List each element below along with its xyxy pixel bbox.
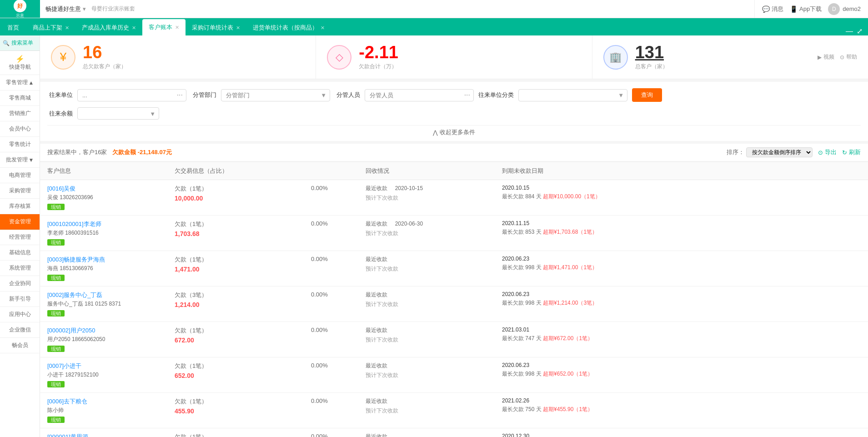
balance-label: 往来余额: [47, 110, 73, 118]
overdue-link-1[interactable]: 超期¥10,000.00（1笔）: [543, 193, 601, 200]
from-unit-input[interactable]: [77, 89, 186, 101]
tab-maximize-btn[interactable]: ⤢: [857, 27, 863, 35]
overdue-link-5[interactable]: 超期¥672.00（1笔）: [543, 335, 593, 342]
sidebar-item-ecommerce[interactable]: 电商管理: [0, 168, 40, 183]
tab-home[interactable]: 首页: [0, 20, 26, 35]
help-btn[interactable]: ⊙ 帮助: [840, 53, 857, 61]
from-unit-label: 往来单位: [47, 91, 73, 99]
sidebar-item-system[interactable]: 系统管理: [0, 261, 40, 276]
export-btn[interactable]: ⊙ 导出: [818, 148, 837, 156]
logo-icon: 好: [14, 0, 26, 12]
overdue-link-6[interactable]: 超期¥652.00（1笔）: [543, 371, 593, 377]
customer-link-1[interactable]: [0016]吴俊: [47, 185, 75, 192]
sidebar-item-member-center[interactable]: 会员中心: [0, 121, 40, 137]
top-right-tools: 💬 消息 📱 App下载 D demo2: [754, 0, 868, 18]
tab-close-customer-account[interactable]: ✕: [175, 25, 179, 30]
chevron-icon-2: ▼: [29, 157, 34, 163]
sidebar-item-purchase-mgmt[interactable]: 采购管理: [0, 183, 40, 199]
collection-6: 最近收款: [366, 362, 487, 370]
sidebar-item-retail-mgmt[interactable]: 零售管理 ▲: [0, 75, 40, 90]
customer-link-6[interactable]: [0007]小进干: [47, 362, 81, 369]
tab-bar-controls: — ⤢: [846, 27, 866, 35]
sidebar-item-finance[interactable]: 资金管理: [0, 214, 40, 230]
collection-8: 最近收款: [366, 433, 487, 437]
sidebar-item-enterprise-coop[interactable]: 企业协同: [0, 276, 40, 291]
search-btn[interactable]: 查询: [632, 88, 662, 102]
tab-product-history[interactable]: 产成品入库单历史 ✕: [75, 20, 142, 35]
stat-card-debt-customers: ¥ 16 总欠款客户（家）: [40, 35, 316, 79]
customer-link-4[interactable]: [0002]服务中心_丁磊: [47, 291, 102, 298]
overdue-link-2[interactable]: 超期¥1,703.68（1笔）: [543, 229, 597, 235]
stat-card-debt-amount: ◇ -2.11 欠款合计（万）: [316, 35, 592, 79]
overdue-days-6: 最长欠款 998 天 超期¥652.00（1笔）: [502, 370, 861, 378]
customer-phone-4: 服务中心_丁磊 181 0125 8371: [47, 300, 160, 308]
debt-count-3: 欠款（1笔）: [175, 256, 296, 264]
debt-count-4: 欠款（3笔）: [175, 291, 296, 299]
overdue-link-4[interactable]: 超期¥1,214.00（3笔）: [543, 300, 597, 306]
stat-label-debt-amount: 欠款合计（万）: [359, 63, 398, 70]
next-collection-6: 预计下次收款: [366, 372, 487, 379]
sort-select[interactable]: 按欠款金额倒序排序: [746, 147, 813, 157]
sidebar-item-pro-member[interactable]: 畅会员: [0, 338, 40, 353]
sidebar-item-app-center[interactable]: 应用中心: [0, 307, 40, 322]
overdue-link-7[interactable]: 超期¥455.90（1笔）: [543, 406, 593, 412]
person-dots: ···: [464, 91, 470, 99]
tab-close-product-off[interactable]: ✕: [65, 25, 69, 31]
balance-select[interactable]: [77, 107, 159, 120]
collection-2: 最近收款 2020-06-30: [366, 220, 487, 228]
dept-chevron: ▼: [321, 92, 326, 99]
next-collection-1: 预计下次收款: [366, 194, 487, 202]
stats-bar: ¥ 16 总欠款客户（家） ◇ -2.11 欠款合计（万）: [40, 35, 868, 79]
tab-close-purchase[interactable]: ✕: [236, 25, 240, 31]
dept-input[interactable]: [221, 89, 330, 101]
sidebar-item-quick-nav[interactable]: ⚡ 快捷导航: [0, 51, 40, 75]
sidebar-item-basic-info[interactable]: 基础信息: [0, 245, 40, 261]
collapse-btn[interactable]: ⋀ 收起更多条件: [47, 125, 861, 139]
tab-minimize-btn[interactable]: —: [846, 27, 853, 35]
collection-4: 最近收款: [366, 291, 487, 299]
overdue-link-3[interactable]: 超期¥1,471.00（1笔）: [543, 264, 597, 271]
refresh-btn[interactable]: ↻ 刷新: [842, 148, 861, 156]
app-download-btn[interactable]: 📱 App下载: [790, 5, 822, 13]
sidebar-item-batch-mgmt[interactable]: 批发管理 ▼: [0, 152, 40, 168]
sidebar-item-inventory[interactable]: 库存核算: [0, 199, 40, 214]
debt-percent-3: 0.00%: [311, 256, 351, 262]
sidebar-item-retail-stats[interactable]: 零售统计: [0, 137, 40, 152]
table-row: [0007]小进干 小进干 18279152100 现销 欠款（1笔） 652.…: [40, 357, 868, 393]
collection-7: 最近收款: [366, 397, 487, 405]
overdue-date-1: 2020.10.15: [502, 185, 861, 191]
col-header-customer: 客户信息: [40, 162, 167, 180]
customer-phone-7: 陈小帅: [47, 407, 160, 414]
sidebar-item-marketing[interactable]: 营销推广: [0, 106, 40, 121]
customer-phone-3: 海燕 18513066976: [47, 265, 160, 272]
user-profile-btn[interactable]: D demo2: [828, 3, 861, 15]
sidebar-item-operations[interactable]: 经营管理: [0, 230, 40, 245]
view-btn[interactable]: ▶ 视频: [818, 53, 834, 61]
customer-phone-2: 李老师 18600391516: [47, 229, 160, 237]
tab-incoming-stats[interactable]: 进货单统计表（按商品） ✕: [246, 20, 331, 35]
sidebar-search[interactable]: 🔍 搜索菜单: [0, 35, 40, 51]
tab-purchase-order[interactable]: 采购订单统计表 ✕: [186, 20, 246, 35]
customer-link-3[interactable]: [0003]畅捷服务尹海燕: [47, 256, 105, 263]
unit-classify-input[interactable]: [518, 89, 627, 101]
customer-link-8[interactable]: [000001]黄思源: [47, 433, 88, 437]
username: demo2: [843, 5, 861, 12]
person-input[interactable]: [365, 89, 474, 101]
sidebar-item-new-guide[interactable]: 新手引导: [0, 291, 40, 307]
tab-customer-account[interactable]: 客户账本 ✕: [142, 19, 186, 35]
tag-1: 现销: [47, 204, 65, 210]
tab-bar: 首页 商品上下架 ✕ 产成品入库单历史 ✕ 客户账本 ✕ 采购订单统计表 ✕ 进…: [0, 18, 868, 35]
debt-percent-1: 0.00%: [311, 185, 351, 191]
tab-close-incoming[interactable]: ✕: [321, 25, 325, 31]
sidebar-item-enterprise-wechat[interactable]: 企业微信: [0, 322, 40, 338]
unit-classify-chevron: ▼: [618, 92, 624, 99]
customer-phone-1: 吴俊 13026203696: [47, 194, 160, 201]
customer-link-7[interactable]: [0006]去下粮仓: [47, 398, 87, 405]
customer-link-2[interactable]: [0001020001]李老师: [47, 221, 101, 227]
tab-product-off[interactable]: 商品上下架 ✕: [26, 20, 75, 35]
tab-close-product-history[interactable]: ✕: [132, 25, 136, 31]
customer-phone-5: 用户2050 18665062050: [47, 336, 160, 343]
message-btn[interactable]: 💬 消息: [762, 5, 783, 13]
sidebar-item-retail-mall[interactable]: 零售商城: [0, 90, 40, 106]
customer-link-5[interactable]: [000002]用户2050: [47, 327, 95, 334]
